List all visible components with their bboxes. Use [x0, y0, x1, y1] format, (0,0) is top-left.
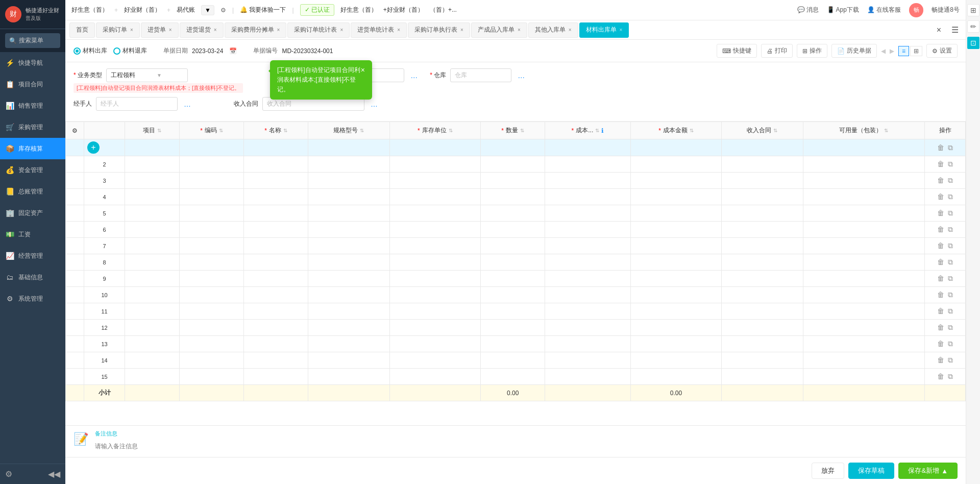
- row-available-qty-cell[interactable]: [803, 254, 924, 271]
- sort-income-contract-icon[interactable]: ⇅: [773, 128, 777, 133]
- tab-close-purchase-stat[interactable]: ×: [340, 27, 343, 33]
- row-available-qty-cell[interactable]: [803, 320, 924, 336]
- row-code-cell[interactable]: [180, 352, 244, 369]
- row-available-qty-cell[interactable]: [803, 287, 924, 303]
- row-income-contract-cell[interactable]: [722, 369, 803, 385]
- topnav-dropdown-button[interactable]: ▼: [201, 5, 214, 15]
- row-spec-cell[interactable]: [308, 320, 390, 336]
- row-name-cell[interactable]: [244, 238, 308, 254]
- tooltip-close-button[interactable]: ×: [361, 64, 365, 76]
- row-unit-cell[interactable]: [389, 352, 480, 369]
- topnav-settings-icon[interactable]: ⚙: [220, 7, 226, 14]
- save-new-button[interactable]: 保存&新增 ▲: [898, 463, 958, 479]
- num-value[interactable]: MD-20230324-001: [282, 47, 333, 55]
- user-name[interactable]: 畅捷通8号: [932, 6, 960, 14]
- delete-row-button[interactable]: 🗑: [936, 322, 945, 332]
- tab-other-in[interactable]: 其他入库单 ×: [528, 22, 578, 38]
- row-project-cell[interactable]: [125, 352, 180, 369]
- user-avatar[interactable]: 畅: [909, 3, 923, 17]
- row-cost-amount-cell[interactable]: [630, 287, 721, 303]
- app-download-button[interactable]: 📱 App下载: [827, 6, 859, 14]
- tab-purchase-cost[interactable]: 采购费用分摊单 ×: [225, 22, 287, 38]
- row-project-cell[interactable]: [125, 336, 180, 352]
- row-project-cell[interactable]: [125, 254, 180, 271]
- row-income-contract-cell[interactable]: [722, 139, 803, 156]
- row-cost-price-cell[interactable]: [545, 271, 631, 287]
- save-draft-button[interactable]: 保存草稿: [848, 463, 894, 479]
- row-available-qty-cell[interactable]: [803, 222, 924, 238]
- info-icon[interactable]: ℹ: [601, 127, 604, 134]
- row-code-cell[interactable]: [180, 156, 244, 173]
- row-cost-amount-cell[interactable]: [630, 139, 721, 156]
- row-project-cell[interactable]: [125, 303, 180, 320]
- sidebar-item-finance[interactable]: 💰 资金管理: [0, 159, 65, 181]
- row-income-contract-cell[interactable]: [722, 238, 803, 254]
- row-spec-cell[interactable]: [308, 173, 390, 189]
- row-project-cell[interactable]: [125, 238, 180, 254]
- row-name-cell[interactable]: [244, 369, 308, 385]
- row-project-cell[interactable]: [125, 287, 180, 303]
- row-income-contract-cell[interactable]: [722, 222, 803, 238]
- row-available-qty-cell[interactable]: [803, 303, 924, 320]
- sidebar-item-inventory[interactable]: 📦 库存核算: [0, 138, 65, 159]
- delete-row-button[interactable]: 🗑: [936, 257, 945, 267]
- row-spec-cell[interactable]: [308, 139, 390, 156]
- copy-row-button[interactable]: ⧉: [947, 338, 954, 349]
- row-quantity-cell[interactable]: [481, 271, 545, 287]
- settings-button[interactable]: ⚙ 设置: [926, 44, 958, 58]
- row-available-qty-cell[interactable]: [803, 352, 924, 369]
- row-income-contract-cell[interactable]: [722, 189, 803, 205]
- row-quantity-cell[interactable]: [481, 139, 545, 156]
- tab-close-material-out[interactable]: ×: [620, 27, 623, 33]
- row-name-cell[interactable]: [244, 222, 308, 238]
- tab-inbound[interactable]: 进货单 ×: [141, 22, 179, 38]
- copy-row-button[interactable]: ⧉: [947, 273, 954, 284]
- tab-close-all-button[interactable]: ×: [934, 25, 944, 36]
- row-code-cell[interactable]: [180, 139, 244, 156]
- radio-material-out[interactable]: 材料出库: [74, 46, 107, 55]
- row-spec-cell[interactable]: [308, 303, 390, 320]
- discard-button[interactable]: 放弃: [812, 463, 844, 479]
- row-unit-cell[interactable]: [389, 271, 480, 287]
- tab-product-in[interactable]: 产成品入库单 ×: [471, 22, 527, 38]
- delete-row-button[interactable]: 🗑: [936, 191, 945, 202]
- row-cost-price-cell[interactable]: [545, 189, 631, 205]
- right-panel-btn-2[interactable]: ✏: [967, 20, 979, 33]
- tab-inbound-return[interactable]: 进货退货 ×: [180, 22, 224, 38]
- topnav-more-items[interactable]: （首）+...: [430, 6, 457, 14]
- right-panel-btn-3[interactable]: ⊡: [967, 37, 979, 49]
- row-available-qty-cell[interactable]: [803, 238, 924, 254]
- tab-close-product-in[interactable]: ×: [518, 27, 521, 33]
- row-unit-cell[interactable]: [389, 189, 480, 205]
- row-cost-amount-cell[interactable]: [630, 222, 721, 238]
- row-quantity-cell[interactable]: [481, 287, 545, 303]
- row-code-cell[interactable]: [180, 189, 244, 205]
- sort-spec-icon[interactable]: ⇅: [360, 128, 364, 133]
- sort-code-icon[interactable]: ⇅: [219, 128, 223, 133]
- shortcut-key-button[interactable]: ⌨ 快捷键: [717, 44, 757, 58]
- row-income-contract-cell[interactable]: [722, 320, 803, 336]
- delete-row-button[interactable]: 🗑: [936, 159, 945, 169]
- row-code-cell[interactable]: [180, 271, 244, 287]
- sidebar-item-sales[interactable]: 📊 销售管理: [0, 95, 65, 116]
- row-code-cell[interactable]: [180, 369, 244, 385]
- row-cost-amount-cell[interactable]: [630, 271, 721, 287]
- row-income-contract-cell[interactable]: [722, 156, 803, 173]
- row-name-cell[interactable]: [244, 173, 308, 189]
- view-grid-button[interactable]: ⊞: [910, 46, 922, 56]
- row-cost-price-cell[interactable]: [545, 238, 631, 254]
- online-service-button[interactable]: 👤 在线客服: [867, 6, 901, 14]
- sidebar-item-operations[interactable]: 📈 经营管理: [0, 245, 65, 267]
- row-project-cell[interactable]: [125, 189, 180, 205]
- row-name-cell[interactable]: [244, 189, 308, 205]
- copy-row-button[interactable]: ⧉: [947, 191, 954, 202]
- row-quantity-cell[interactable]: [481, 320, 545, 336]
- copy-row-button[interactable]: ⧉: [947, 175, 954, 186]
- row-project-cell[interactable]: [125, 139, 180, 156]
- row-quantity-cell[interactable]: [481, 156, 545, 173]
- tab-close-other-in[interactable]: ×: [569, 27, 572, 33]
- sort-cost-amount-icon[interactable]: ⇅: [690, 128, 694, 133]
- row-spec-cell[interactable]: [308, 254, 390, 271]
- delete-row-button[interactable]: 🗑: [936, 338, 945, 349]
- row-name-cell[interactable]: [244, 254, 308, 271]
